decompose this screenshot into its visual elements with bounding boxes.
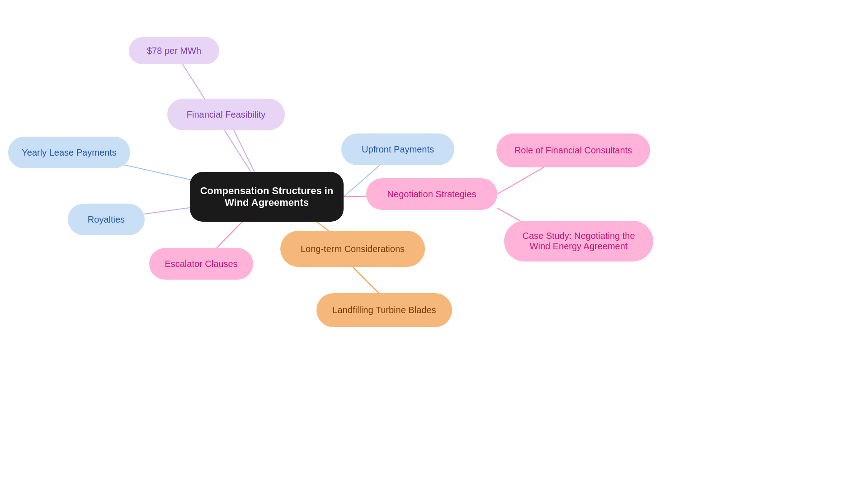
node-long-term-label: Long-term Considerations: [301, 244, 405, 254]
node-negotiation-label: Negotiation Strategies: [387, 189, 476, 200]
node-financial-feasibility-label: Financial Feasibility: [187, 109, 266, 120]
node-yearly-lease-label: Yearly Lease Payments: [22, 147, 116, 158]
node-yearly-lease: Yearly Lease Payments: [8, 137, 130, 168]
node-case-study-label: Case Study: Negotiating the Wind Energy …: [522, 231, 635, 252]
node-royalties-label: Royalties: [88, 214, 125, 225]
node-78mwh-label: $78 per MWh: [147, 46, 201, 56]
node-escalator: Escalator Clauses: [149, 248, 253, 280]
node-landfilling: Landfilling Turbine Blades: [316, 293, 452, 327]
center-node: Compensation Structures in Wind Agreemen…: [190, 172, 344, 222]
node-royalties: Royalties: [68, 204, 145, 235]
center-label: Compensation Structures in Wind Agreemen…: [200, 185, 334, 209]
node-negotiation: Negotiation Strategies: [366, 178, 497, 210]
node-78mwh: $78 per MWh: [129, 37, 219, 64]
node-upfront: Upfront Payments: [341, 133, 454, 165]
node-long-term: Long-term Considerations: [280, 231, 425, 267]
node-role-financial-label: Role of Financial Consultants: [514, 145, 632, 156]
node-upfront-label: Upfront Payments: [362, 144, 434, 155]
node-landfilling-label: Landfilling Turbine Blades: [332, 305, 436, 315]
node-role-financial: Role of Financial Consultants: [496, 133, 650, 167]
node-escalator-label: Escalator Clauses: [165, 259, 237, 269]
node-case-study: Case Study: Negotiating the Wind Energy …: [504, 221, 653, 262]
node-financial-feasibility: Financial Feasibility: [167, 99, 285, 130]
